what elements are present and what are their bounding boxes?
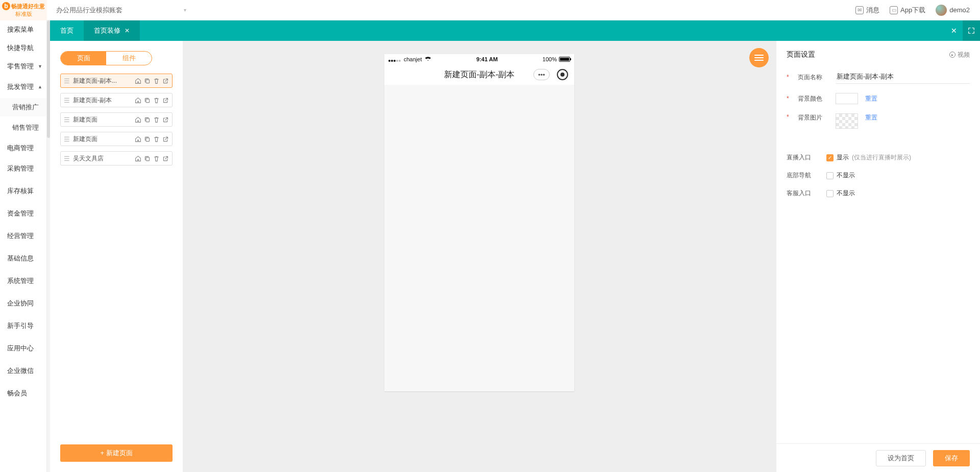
phone-status-bar: chanjet 9:41 AM 100%: [384, 54, 574, 64]
tab-close-icon[interactable]: ✕: [125, 27, 130, 34]
nav-app-center[interactable]: 应用中心: [0, 337, 46, 360]
checkbox-checked-icon: ✓: [826, 154, 834, 161]
new-page-button[interactable]: + 新建页面: [60, 444, 173, 462]
page-item[interactable]: ☰新建页面-副本: [60, 93, 173, 107]
caret-up-icon: ▲: [38, 84, 42, 89]
nav-wholesale-marketing[interactable]: 营销推广: [0, 98, 46, 116]
wifi-icon: [425, 56, 431, 62]
service-entry-checkbox[interactable]: 不显示: [826, 189, 855, 198]
nav-wholesale-sales[interactable]: 销售管理: [0, 116, 46, 139]
phone-icon: ▭: [890, 6, 898, 14]
page-name-input[interactable]: [836, 70, 970, 84]
tabs-fullscreen[interactable]: [963, 20, 980, 41]
segment-page[interactable]: 页面: [61, 52, 106, 65]
fullscreen-icon: [968, 27, 975, 34]
nav-purchase[interactable]: 采购管理: [0, 157, 46, 180]
page-home-icon[interactable]: [134, 155, 141, 162]
svg-rect-4: [146, 157, 150, 161]
live-entry-hint: (仅当进行直播时展示): [852, 154, 911, 161]
drag-handle-icon[interactable]: ☰: [64, 97, 70, 104]
svg-rect-0: [146, 80, 150, 83]
nav-member[interactable]: 畅会员: [0, 382, 46, 405]
nav-basic[interactable]: 基础信息: [0, 247, 46, 270]
nav-system[interactable]: 系统管理: [0, 270, 46, 292]
nav-search[interactable]: 搜索菜单: [0, 20, 46, 39]
live-entry-checkbox[interactable]: ✓显示(仅当进行直播时展示): [826, 153, 911, 162]
page-home-icon[interactable]: [134, 97, 141, 104]
page-copy-icon[interactable]: [143, 135, 151, 143]
nav-newbie[interactable]: 新手引导: [0, 315, 46, 337]
drag-handle-icon[interactable]: ☰: [64, 135, 70, 143]
page-item[interactable]: ☰新建页面: [60, 112, 173, 127]
nav-operations[interactable]: 经营管理: [0, 225, 46, 247]
set-home-button[interactable]: 设为首页: [876, 450, 926, 466]
page-item-name: 新建页面: [73, 135, 131, 144]
page-item-name: 吴天文具店: [73, 154, 131, 163]
page-item[interactable]: ☰新建页面: [60, 132, 173, 146]
signal-icon: [388, 57, 401, 62]
tabs-close-all[interactable]: ✕: [945, 20, 963, 41]
bg-color-swatch[interactable]: [836, 93, 858, 104]
nav-funds[interactable]: 资金管理: [0, 202, 46, 225]
nav-quick[interactable]: 快捷导航: [0, 39, 46, 57]
avatar-icon: [936, 5, 947, 16]
nav-wholesale[interactable]: 批发管理▲: [0, 76, 46, 98]
phone-body[interactable]: [384, 85, 574, 391]
bg-image-reset[interactable]: 重置: [865, 113, 877, 122]
page-share-icon[interactable]: [162, 116, 169, 123]
page-delete-icon[interactable]: [153, 77, 160, 84]
drag-handle-icon[interactable]: ☰: [64, 77, 70, 85]
settings-title: 页面设置: [787, 50, 815, 59]
workspace-selector[interactable]: 办公用品行业模拟账套 ▾: [56, 6, 186, 15]
phone-page-title: 新建页面-副本-副本: [444, 69, 515, 80]
page-share-icon[interactable]: [162, 97, 169, 104]
page-item-name: 新建页面-副本...: [73, 77, 131, 85]
brand-name: 畅捷通好生意: [11, 3, 45, 10]
save-button[interactable]: 保存: [933, 450, 970, 466]
page-copy-icon[interactable]: [143, 116, 151, 123]
phone-carrier: chanjet: [404, 56, 422, 62]
tab-editor[interactable]: 首页装修 ✕: [84, 20, 140, 41]
bg-image-swatch[interactable]: [836, 113, 858, 129]
phone-target-button[interactable]: [557, 69, 568, 80]
bottom-nav-label: 底部导航: [787, 171, 811, 180]
page-delete-icon[interactable]: [153, 97, 160, 104]
service-entry-label: 客服入口: [787, 189, 811, 198]
user-menu[interactable]: demo2: [936, 5, 970, 16]
page-delete-icon[interactable]: [153, 135, 160, 143]
nav-collab[interactable]: 企业协同: [0, 292, 46, 315]
page-copy-icon[interactable]: [143, 77, 151, 84]
page-home-icon[interactable]: [134, 116, 141, 123]
page-item[interactable]: ☰吴天文具店: [60, 151, 173, 166]
page-home-icon[interactable]: [134, 77, 141, 84]
nav-inventory[interactable]: 库存核算: [0, 180, 46, 202]
tab-home[interactable]: 首页: [50, 20, 84, 41]
brand-logo[interactable]: b 畅捷通好生意 标准版: [0, 0, 47, 20]
page-delete-icon[interactable]: [153, 155, 160, 162]
page-delete-icon[interactable]: [153, 116, 160, 123]
user-name: demo2: [949, 6, 970, 14]
page-share-icon[interactable]: [162, 77, 169, 84]
nav-ecommerce[interactable]: 电商管理: [0, 139, 46, 157]
canvas-menu-fab[interactable]: [749, 48, 769, 67]
messages-button[interactable]: ✉ 消息: [855, 6, 879, 15]
bottom-nav-checkbox[interactable]: 不显示: [826, 171, 855, 180]
drag-handle-icon[interactable]: ☰: [64, 116, 70, 124]
page-share-icon[interactable]: [162, 135, 169, 143]
page-item-name: 新建页面-副本: [73, 96, 131, 105]
app-download-button[interactable]: ▭ App下载: [890, 6, 925, 15]
bg-color-reset[interactable]: 重置: [865, 95, 877, 103]
page-name-label: 页面名称: [798, 73, 828, 82]
phone-clock: 9:41 AM: [431, 56, 542, 62]
nav-retail[interactable]: 零售管理▼: [0, 57, 46, 76]
page-item[interactable]: ☰新建页面-副本...: [60, 74, 173, 88]
page-home-icon[interactable]: [134, 135, 141, 143]
drag-handle-icon[interactable]: ☰: [64, 155, 70, 162]
phone-menu-button[interactable]: •••: [533, 69, 550, 80]
video-help-link[interactable]: ▸ 视频: [949, 51, 970, 59]
nav-wechat-work[interactable]: 企业微信: [0, 360, 46, 382]
page-share-icon[interactable]: [162, 155, 169, 162]
segment-component[interactable]: 组件: [106, 52, 152, 65]
page-copy-icon[interactable]: [143, 155, 151, 162]
page-copy-icon[interactable]: [143, 97, 151, 104]
